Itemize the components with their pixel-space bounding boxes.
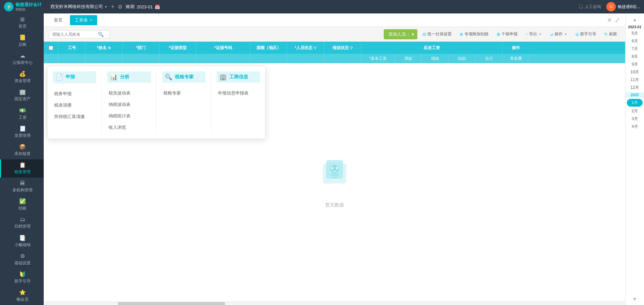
dropdown-item-tax-table[interactable]: 税表清册	[53, 100, 96, 111]
calendar-icon[interactable]: 📅	[155, 4, 160, 9]
dropdown-item-annual-report[interactable]: 年报信息申报表	[217, 87, 260, 99]
help-button[interactable]: 🎧 人工咨询	[578, 4, 601, 10]
dropdown-item-tax-stat[interactable]: 纳税统计表	[107, 110, 151, 122]
dropdown-item-tax-expert[interactable]: 税检专家	[162, 87, 205, 99]
shuijian-icon: 🔍	[165, 73, 172, 81]
dropdown-item-income-calc[interactable]: 所得税汇算清缴	[53, 111, 96, 122]
dropdown-item-tax-wave2[interactable]: 纳税波动表	[107, 99, 151, 110]
dropdown-item-tax-wave[interactable]: 税负波动表	[107, 87, 151, 99]
company-selector[interactable]: 西安虾米网络科技有限公司 ▼	[50, 4, 108, 10]
user-menu[interactable]: U 畅捷通B组...	[606, 2, 640, 11]
shenbao-icon: 📄	[55, 73, 63, 81]
dropdown-item-income-browse[interactable]: 收入浏览	[107, 122, 151, 133]
dropdown-overlay[interactable]	[0, 0, 644, 305]
chevron-down-icon: ▼	[104, 5, 108, 9]
dropdown-section-shenbao: 📄 申报 税务申报 税表清册 所得税汇算清缴	[53, 71, 102, 133]
gongshang-icon: 🏢	[219, 73, 227, 81]
dropdown-section-fenxi: 📊 分析 税负波动表 纳税波动表 纳税统计表 收入浏览	[102, 71, 156, 133]
add-company-button[interactable]: +	[111, 3, 115, 10]
dropdown-menu: 📄 申报 税务申报 税表清册 所得税汇算清缴 📊 分析 税负波动表	[47, 66, 266, 139]
period-display: 账期 2023-01 📅	[126, 4, 160, 10]
dropdown-item-tax-report[interactable]: 税务申报	[53, 88, 96, 100]
settings-icon[interactable]: ⚙	[118, 4, 122, 10]
headset-icon: 🎧	[578, 4, 583, 9]
app-logo: ⚡ 畅捷通好会计 旗舰版	[4, 2, 44, 11]
dropdown-section-shuijian: 🔍 税检专家 税检专家	[157, 71, 211, 133]
dropdown-section-gongshang: 🏢 工商信息 年报信息申报表	[211, 71, 260, 133]
fenxi-icon: 📊	[110, 73, 117, 81]
